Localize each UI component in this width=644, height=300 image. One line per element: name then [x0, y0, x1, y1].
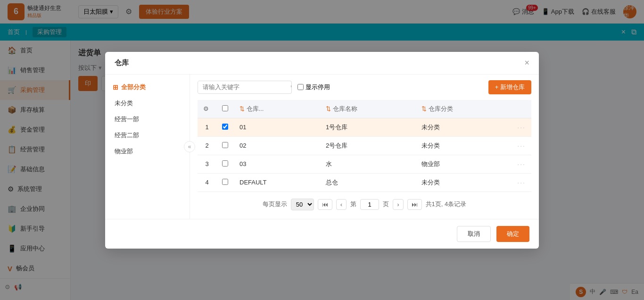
- modal-title: 仓库: [115, 58, 129, 67]
- table-header-row: ⚙ ⇅ 仓库... ⇅ 仓库名称: [198, 100, 531, 118]
- category-toggle-button[interactable]: «: [184, 141, 195, 152]
- row-code: DEFAULT: [234, 173, 320, 192]
- col-checkbox-header[interactable]: [216, 100, 234, 118]
- table-row[interactable]: 2 02 2号仓库 未分类 ···: [198, 136, 531, 155]
- row-name: 总仓: [320, 173, 416, 192]
- more-actions-icon[interactable]: ···: [517, 142, 526, 150]
- more-actions-icon[interactable]: ···: [517, 124, 526, 131]
- row-name: 2号仓库: [320, 136, 416, 155]
- row-num: 3: [198, 155, 216, 173]
- row-category: 物业部: [416, 155, 512, 173]
- category-sidebar: ⊞ 全部分类 未分类 经营一部 经营二部 物业部 «: [105, 75, 190, 219]
- more-actions-icon[interactable]: ···: [517, 160, 526, 168]
- row-code: 01: [234, 118, 320, 136]
- search-button[interactable]: 🔍: [287, 81, 292, 93]
- category-grid-icon: ⊞: [113, 83, 118, 91]
- search-input[interactable]: [198, 81, 287, 93]
- add-warehouse-button[interactable]: + 新增仓库: [488, 80, 531, 94]
- confirm-button[interactable]: 确定: [496, 226, 529, 242]
- row-name: 水: [320, 155, 416, 173]
- pagination: 每页显示 50 ⏮ ‹ 第 页 › ⏭ 共1页, 4条记录: [198, 192, 531, 213]
- row-checkbox[interactable]: [222, 142, 228, 148]
- category-item-3[interactable]: 物业部: [105, 143, 190, 159]
- row-actions[interactable]: ···: [512, 155, 531, 173]
- sort-icon2: ⇅: [326, 105, 331, 112]
- row-name: 1号仓库: [320, 118, 416, 136]
- col-code-header: ⇅ 仓库...: [234, 100, 320, 118]
- row-num: 1: [198, 118, 216, 136]
- first-page-button[interactable]: ⏮: [318, 199, 332, 210]
- more-actions-icon[interactable]: ···: [517, 179, 526, 186]
- modal-footer: 取消 确定: [105, 219, 539, 249]
- table-body: 1 01 1号仓库 未分类 ··· 2 02 2号仓库 未分类 ··· 3 03…: [198, 118, 531, 192]
- category-item-0[interactable]: 未分类: [105, 95, 190, 111]
- category-item-2[interactable]: 经营二部: [105, 127, 190, 143]
- select-all-checkbox[interactable]: [222, 105, 228, 111]
- warehouse-modal: 仓库 × ⊞ 全部分类 未分类 经营一部 经营二部 物业部 «: [105, 52, 539, 249]
- row-checkbox-cell[interactable]: [216, 136, 234, 155]
- row-code: 02: [234, 136, 320, 155]
- col-category-header: ⇅ 仓库分类: [416, 100, 512, 118]
- row-actions[interactable]: ···: [512, 136, 531, 155]
- col-name-header: ⇅ 仓库名称: [320, 100, 416, 118]
- pagination-summary: 共1页, 4条记录: [426, 200, 467, 208]
- page-label: 第: [350, 200, 356, 208]
- per-page-label: 每页显示: [263, 200, 287, 208]
- row-actions[interactable]: ···: [512, 118, 531, 136]
- row-category: 未分类: [416, 118, 512, 136]
- table-toolbar: 🔍 显示停用 + 新增仓库: [198, 80, 531, 94]
- sort-icon3: ⇅: [421, 105, 427, 112]
- page-unit-label: 页: [383, 200, 389, 208]
- row-checkbox[interactable]: [222, 179, 228, 185]
- show-disabled-checkbox-label[interactable]: 显示停用: [297, 83, 330, 92]
- per-page-select[interactable]: 50: [291, 199, 314, 210]
- row-category: 未分类: [416, 136, 512, 155]
- page-input[interactable]: [360, 199, 379, 210]
- settings-col-icon: ⚙: [203, 105, 209, 112]
- col-actions-header: [512, 100, 531, 118]
- modal-overlay[interactable]: 仓库 × ⊞ 全部分类 未分类 经营一部 经营二部 物业部 «: [0, 0, 644, 300]
- modal-header: 仓库 ×: [105, 52, 539, 75]
- toolbar-left: 🔍 显示停用: [198, 81, 330, 94]
- col-settings-header[interactable]: ⚙: [198, 100, 216, 118]
- row-num: 2: [198, 136, 216, 155]
- row-category: 未分类: [416, 173, 512, 192]
- row-checkbox-cell[interactable]: [216, 118, 234, 136]
- warehouse-table: ⚙ ⇅ 仓库... ⇅ 仓库名称: [198, 100, 531, 192]
- modal-close-button[interactable]: ×: [524, 58, 529, 67]
- search-box: 🔍: [198, 81, 292, 94]
- row-checkbox[interactable]: [222, 124, 228, 130]
- show-disabled-checkbox[interactable]: [297, 84, 304, 90]
- table-row[interactable]: 1 01 1号仓库 未分类 ···: [198, 118, 531, 136]
- cancel-button[interactable]: 取消: [457, 226, 491, 242]
- prev-page-button[interactable]: ‹: [336, 199, 347, 210]
- row-num: 4: [198, 173, 216, 192]
- row-checkbox-cell[interactable]: [216, 155, 234, 173]
- category-all-item[interactable]: ⊞ 全部分类: [105, 79, 190, 95]
- sort-icon: ⇅: [239, 105, 245, 112]
- table-row[interactable]: 3 03 水 物业部 ···: [198, 155, 531, 173]
- last-page-button[interactable]: ⏭: [407, 199, 422, 210]
- next-page-button[interactable]: ›: [393, 199, 403, 210]
- row-actions[interactable]: ···: [512, 173, 531, 192]
- row-checkbox-cell[interactable]: [216, 173, 234, 192]
- table-row[interactable]: 4 DEFAULT 总仓 未分类 ···: [198, 173, 531, 192]
- category-item-1[interactable]: 经营一部: [105, 111, 190, 127]
- table-area: 🔍 显示停用 + 新增仓库 ⚙: [190, 75, 539, 219]
- row-code: 03: [234, 155, 320, 173]
- modal-body: ⊞ 全部分类 未分类 经营一部 经营二部 物业部 « 🔍: [105, 75, 539, 219]
- row-checkbox[interactable]: [222, 160, 228, 167]
